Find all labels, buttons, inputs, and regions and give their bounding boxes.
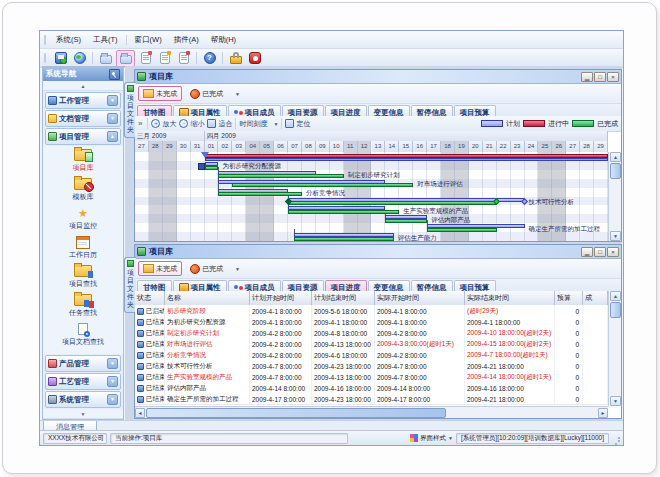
chevron-down-icon[interactable]: ▼ [107,376,118,387]
folder-open-button[interactable] [116,50,135,67]
minimize-button[interactable]: ▁ [581,72,593,82]
gi-sys-icon [48,395,57,404]
pin-icon[interactable] [109,69,120,80]
scroll-up-button[interactable]: ▲ [610,291,621,301]
filter-已完成[interactable]: 已完成 [185,261,228,276]
sidebar-group-产品管理[interactable]: 产品管理▼ [45,355,121,372]
day-header: 19 [455,141,469,152]
sidebar-item-任务查找[interactable]: 任务查找 [43,291,123,320]
filter-未完成[interactable]: 未完成 [138,261,182,276]
sidebar-group-工作管理[interactable]: 工作管理▼ [45,92,121,109]
minimize-button[interactable]: ▁ [581,247,593,257]
sidebar-group-系统管理[interactable]: 系统管理▼ [45,391,121,408]
sidebar-item-项目库[interactable]: 项目库 [43,146,123,175]
column-header-计划开始时间[interactable]: 计划开始时间 [250,291,312,305]
sidebar-group-文档管理[interactable]: 文档管理▼ [45,110,121,127]
gantt-bar-plan[interactable] [205,158,608,161]
resize-grip-icon[interactable] [613,435,620,442]
scroll-down-button[interactable]: ▼ [610,396,621,406]
sidebar-group-工艺管理[interactable]: 工艺管理▼ [45,373,121,390]
menu-item[interactable]: 工具(T) [87,34,124,46]
close-button[interactable]: × [607,72,619,82]
table-row[interactable]: 已结束确定生产所需的加工过程2009-4-17 8:00:002009-4-23… [135,393,608,405]
column-header-实际结束时间[interactable]: 实际结束时间 [465,291,555,305]
column-header-名称[interactable]: 名称 [165,291,250,305]
task-node-icon[interactable] [198,163,205,170]
web-button[interactable] [71,51,88,66]
doc-edit-button[interactable] [156,51,173,66]
column-header-成[interactable]: 成 [583,291,608,305]
chevron-down-icon[interactable]: ▼ [235,266,240,272]
menu-item[interactable]: 系统(S) [50,34,87,46]
button-button[interactable]: 时间刻度▼ [239,119,278,129]
new-window-button[interactable] [52,51,69,66]
scroll-up-button[interactable]: ▲ [610,152,621,162]
sidebar-item-项目查找[interactable]: 项目查找 [43,262,123,291]
locate-icon [285,119,294,128]
menu-grip[interactable] [44,35,46,45]
gantt-bar-actual[interactable] [218,174,343,178]
locate-icon-button[interactable]: 定位 [285,119,310,129]
help-button[interactable]: ? [201,51,218,66]
table-vscrollbar[interactable]: ▲▼ [608,291,621,406]
column-header-计划结束时间[interactable]: 计划结束时间 [312,291,375,305]
interface-style-button[interactable]: 界面样式 ▼ [410,434,453,443]
exit-button[interactable] [246,51,263,66]
cell-text: 2009-4-6 18:00:00 [314,352,367,359]
column-header-预算[interactable]: 预算 [555,291,583,305]
scroll-thumb[interactable] [610,302,621,318]
scroll-left-button[interactable]: ◄ [135,408,145,418]
scroll-thumb[interactable] [610,163,621,179]
sidebar-scroll-down[interactable]: ▼ [43,409,123,419]
filter-已完成[interactable]: 已完成 [185,86,228,101]
zoom-out-icon-button[interactable]: -缩小 [179,119,204,129]
sidebar-group-项目管理[interactable]: 项目管理▲ [45,128,121,145]
sidebar-item-项目文档查找[interactable]: 项目文档查找 [43,320,123,349]
menu-item[interactable]: 插件(A) [168,34,205,46]
chevron-up-icon[interactable]: ▲ [107,131,118,142]
sidebar-scroll-up[interactable]: ▲ [43,81,123,91]
menu-item[interactable]: 窗口(W) [129,34,168,46]
maximize-button[interactable]: □ [594,72,606,82]
filter-未完成[interactable]: 未完成 [138,86,182,101]
gantt-bar-actual[interactable] [385,219,427,223]
gantt-bar-actual[interactable] [294,237,394,241]
gantt-bar-actual[interactable] [288,201,497,205]
column-header-实际开始时间[interactable]: 实际开始时间 [375,291,465,305]
chevron-down-icon[interactable]: ▼ [107,95,118,106]
chevron-down-icon[interactable]: ▼ [107,113,118,124]
sidebar-item-项目监控[interactable]: ★项目监控 [43,204,123,233]
zoom-in-icon-button[interactable]: +放大 [151,119,176,129]
panel-title-bar[interactable]: 项目库▁□× [135,245,621,259]
toolbar-grip[interactable] [44,53,46,63]
chevron-down-icon[interactable]: ▼ [107,358,118,369]
sidebar-item-工作日历[interactable]: 工作日历 [43,233,123,262]
panel-title-bar[interactable]: 项目库▁□× [135,70,621,84]
gantt-bar-actual[interactable] [427,228,497,232]
sidebar-header[interactable]: 系统导航 [43,67,123,81]
close-button[interactable]: × [607,247,619,257]
gantt-bar-inprogress[interactable] [205,154,608,158]
scroll-down-button[interactable]: ▼ [610,231,621,241]
doc-delete-button[interactable] [175,51,192,66]
doc-new-button[interactable] [137,51,154,66]
overflow-chevron[interactable]: » [138,119,142,128]
chevron-down-icon[interactable]: ▼ [107,394,118,405]
menu-item[interactable]: 帮助(H) [205,34,242,46]
gantt-bar-actual[interactable] [218,192,301,196]
lock-button[interactable] [227,51,244,66]
gantt-bar-actual[interactable] [232,183,413,187]
table-hscrollbar[interactable]: ◄► [135,406,608,418]
maximize-button[interactable]: □ [594,247,606,257]
chevron-down-icon[interactable]: ▼ [235,91,240,97]
scroll-right-button[interactable]: ► [598,408,608,418]
gantt-bar-actual[interactable] [288,210,399,214]
gantt-bar-actual[interactable] [205,166,219,170]
sidebar-item-模板库[interactable]: 模板库 [43,175,123,204]
gantt-vscrollbar[interactable]: ▲▼ [608,152,621,241]
column-header-状态[interactable]: 状态 [135,291,165,305]
fit-icon-button[interactable]: 适合 [207,119,232,129]
folder-closed-button[interactable] [97,51,114,66]
scroll-thumb[interactable] [146,408,446,418]
gantt-button-label: 缩小 [190,119,204,129]
